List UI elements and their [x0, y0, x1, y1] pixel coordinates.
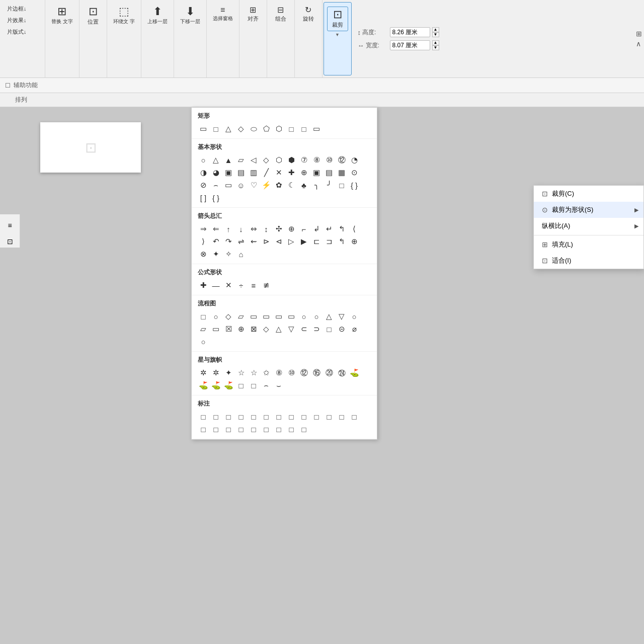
shape-arrow-23[interactable]: ⊏	[311, 236, 322, 247]
shape-arrow-5[interactable]: ⇔	[248, 223, 259, 234]
shape-callout-8[interactable]: □	[286, 411, 297, 422]
shape-flow-9[interactable]: ○	[298, 311, 309, 322]
shape-basic-11[interactable]: ⑩	[324, 154, 335, 166]
shape-basic-10[interactable]: ⑧	[311, 154, 322, 166]
shape-rect-4[interactable]: ◇	[235, 123, 247, 134]
shape-callout-19[interactable]: □	[261, 424, 272, 435]
shape-arrow-22[interactable]: ▶	[298, 236, 309, 247]
shape-flow-23[interactable]: ⊃	[311, 324, 322, 335]
shape-basic-26[interactable]: ⊙	[349, 167, 360, 178]
crop-button[interactable]: ⊡ 裁剪	[327, 7, 348, 31]
shape-callout-1[interactable]: □	[198, 411, 209, 422]
shape-arrow-4[interactable]: ↓	[235, 223, 247, 234]
shape-basic-32[interactable]: ⚡	[261, 180, 272, 191]
shape-callout-14[interactable]: □	[198, 424, 209, 435]
shape-flow-19[interactable]: ◇	[261, 324, 272, 335]
shape-callout-15[interactable]: □	[210, 424, 221, 435]
shape-basic-17[interactable]: ▤	[235, 167, 247, 178]
width-input[interactable]	[390, 40, 430, 50]
shape-arrow-18[interactable]: ⇜	[248, 236, 259, 247]
shape-star-8[interactable]: ⑩	[286, 367, 297, 378]
shape-flow-16[interactable]: ☒	[223, 324, 234, 335]
shape-arrow-14[interactable]: ⟩	[198, 236, 209, 247]
shape-basic-18[interactable]: ▥	[248, 167, 259, 178]
shape-flow-4[interactable]: ▱	[235, 311, 247, 322]
shape-star-2[interactable]: ✲	[210, 367, 221, 378]
shape-basic-35[interactable]: ♣	[298, 180, 309, 191]
shape-callout-11[interactable]: □	[324, 411, 335, 422]
shape-arrow-19[interactable]: ⊳	[261, 236, 272, 247]
shape-arrow-3[interactable]: ↑	[223, 223, 234, 234]
shape-star-17[interactable]: □	[235, 380, 247, 391]
shape-flow-8[interactable]: ▭	[286, 311, 297, 322]
shape-rect-10[interactable]: ▭	[311, 123, 322, 134]
shape-flow-25[interactable]: ⊝	[336, 324, 347, 335]
crop-dropdown[interactable]: ▼	[335, 32, 340, 37]
shape-callout-12[interactable]: □	[336, 411, 347, 422]
shape-flow-6[interactable]: ▭	[261, 311, 272, 322]
shape-arrow-24[interactable]: ⊐	[324, 236, 335, 247]
shape-basic-31[interactable]: ♡	[248, 180, 259, 191]
replace-text-button[interactable]: ⊞ 替换 文字	[48, 4, 76, 27]
shape-arrow-13[interactable]: ⟨	[349, 223, 360, 234]
shape-arrow-26[interactable]: ⊕	[349, 236, 360, 247]
shape-flow-13[interactable]: ○	[349, 311, 360, 322]
width-up-button[interactable]: ▲	[432, 40, 439, 45]
shape-callout-10[interactable]: □	[311, 411, 322, 422]
shape-basic-19[interactable]: ╱	[261, 167, 272, 178]
shape-basic-8[interactable]: ⬢	[286, 154, 297, 166]
shape-basic-33[interactable]: ✿	[273, 180, 284, 191]
shape-basic-6[interactable]: ◇	[261, 154, 272, 166]
width-spinner[interactable]: ▲ ▼	[432, 40, 439, 50]
image-layout-button[interactable]: 片版式↓	[5, 27, 40, 37]
shape-star-20[interactable]: ⌣	[273, 380, 284, 391]
image-effect-button[interactable]: 片效果↓	[5, 16, 40, 25]
shape-callout-22[interactable]: □	[298, 424, 309, 435]
sidebar-icon-1[interactable]: ≡	[3, 219, 18, 231]
shape-arrow-29[interactable]: ✧	[223, 249, 234, 260]
shape-callout-21[interactable]: □	[286, 424, 297, 435]
shape-arrow-7[interactable]: ✣	[273, 223, 284, 234]
shape-callout-3[interactable]: □	[223, 411, 234, 422]
shape-star-12[interactable]: ㉔	[336, 367, 347, 378]
fill-menu-item[interactable]: ⊞ 填充(L)	[534, 236, 643, 253]
height-down-button[interactable]: ▼	[432, 32, 439, 37]
shape-callout-20[interactable]: □	[273, 424, 284, 435]
shape-basic-13[interactable]: ◔	[349, 154, 360, 166]
shape-basic-4[interactable]: ▱	[235, 154, 247, 166]
aspect-ratio-menu-item[interactable]: 纵横比(A) ▶	[534, 218, 643, 234]
shape-flow-2[interactable]: ○	[210, 311, 221, 322]
shape-arrow-1[interactable]: ⇒	[198, 223, 209, 234]
shape-callout-5[interactable]: □	[248, 411, 259, 422]
shape-basic-39[interactable]: { }	[349, 180, 360, 191]
shape-star-11[interactable]: ⑳	[324, 367, 335, 378]
shape-basic-30[interactable]: ☺	[235, 180, 247, 191]
shape-basic-23[interactable]: ▣	[311, 167, 322, 178]
shape-flow-17[interactable]: ⊕	[235, 324, 247, 335]
shape-basic-28[interactable]: ⌢	[210, 180, 221, 191]
height-spinner[interactable]: ▲ ▼	[432, 27, 439, 37]
shape-flow-22[interactable]: ⊂	[298, 324, 309, 335]
shape-flow-12[interactable]: ▽	[336, 311, 347, 322]
shape-basic-40[interactable]: [ ]	[198, 192, 209, 203]
shape-flow-18[interactable]: ⊠	[248, 324, 259, 335]
select-pane-button[interactable]: ≡ 选择窗格	[210, 4, 236, 24]
shape-basic-12[interactable]: ⑫	[336, 154, 347, 166]
shape-formula-2[interactable]: —	[210, 280, 221, 291]
shape-basic-38[interactable]: □	[336, 180, 347, 191]
shape-arrow-16[interactable]: ↷	[223, 236, 234, 247]
crop-menu-item[interactable]: ⊡ 裁剪(C)	[534, 186, 643, 202]
shape-callout-13[interactable]: □	[349, 411, 360, 422]
shape-flow-11[interactable]: △	[324, 311, 335, 322]
shape-basic-1[interactable]: ○	[198, 154, 209, 166]
image-border-button[interactable]: 片边框↓	[5, 4, 40, 14]
shape-formula-1[interactable]: ✚	[198, 280, 209, 291]
shape-arrow-9[interactable]: ⌐	[298, 223, 309, 234]
shape-callout-16[interactable]: □	[223, 424, 234, 435]
width-down-button[interactable]: ▼	[432, 45, 439, 50]
shape-star-9[interactable]: ⑫	[298, 367, 309, 378]
shape-rect-8[interactable]: □	[286, 123, 297, 134]
collapse-icon[interactable]: ∧	[636, 40, 642, 48]
shape-arrow-6[interactable]: ↕	[261, 223, 272, 234]
shape-rect-6[interactable]: ⬠	[261, 123, 272, 134]
